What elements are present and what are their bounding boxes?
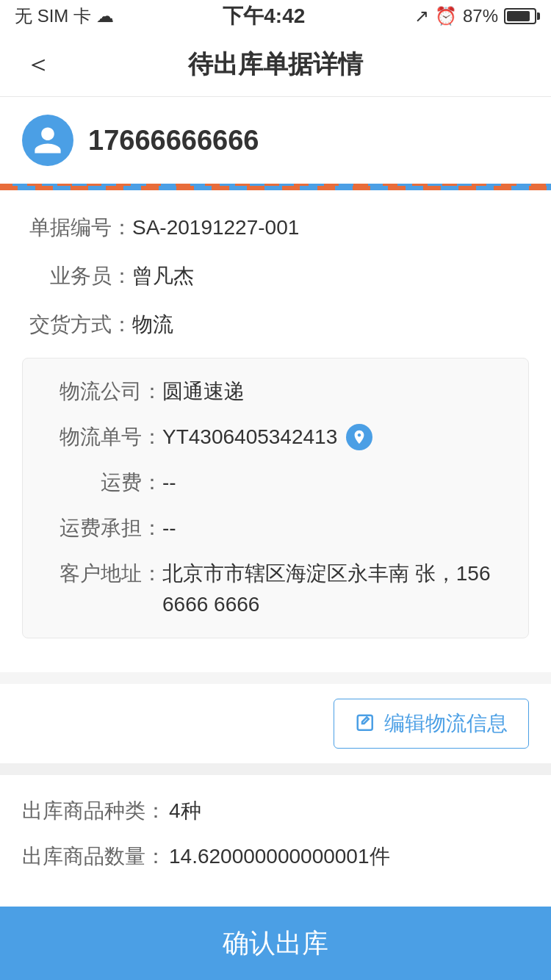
logistics-freight-bearer-value: -- xyxy=(162,513,506,544)
order-no-row: 单据编号： SA-20191227-001 xyxy=(22,212,529,243)
map-pin-icon xyxy=(351,429,367,445)
logistics-freight-value: -- xyxy=(162,467,506,498)
battery-icon xyxy=(504,8,536,24)
logistics-freight-bearer-row: 运费承担： -- xyxy=(45,513,506,544)
logistics-company-row: 物流公司： 圆通速递 xyxy=(45,376,506,407)
goods-quantity-label: 出库商品数量： xyxy=(22,843,169,871)
logistics-company-label: 物流公司： xyxy=(45,376,162,407)
page-title: 待出库单据详情 xyxy=(188,48,363,82)
delivery-label: 交货方式： xyxy=(22,309,132,340)
logistics-company-value: 圆通速递 xyxy=(162,376,506,407)
goods-type-row: 出库商品种类： 4种 xyxy=(22,797,529,825)
salesperson-row: 业务员： 曾凡杰 xyxy=(22,261,529,292)
status-time: 下午4:42 xyxy=(223,2,305,30)
order-no-label: 单据编号： xyxy=(22,212,132,243)
back-button[interactable]: ＜ xyxy=(18,39,59,90)
logistics-address-value: 北京市市辖区海淀区永丰南 张，156 6666 6666 xyxy=(162,558,506,620)
goods-quantity-value: 14.620000000000001件 xyxy=(169,843,390,871)
logistics-freight-row: 运费： -- xyxy=(45,467,506,498)
logistics-tracking-row: 物流单号： YT4306405342413 xyxy=(45,422,506,453)
edit-btn-row: 编辑物流信息 xyxy=(0,684,551,763)
alarm-icon: ⏰ xyxy=(435,6,457,26)
logistics-freight-label: 运费： xyxy=(45,467,162,498)
battery-percent: 87% xyxy=(463,6,498,26)
salesperson-label: 业务员： xyxy=(22,261,132,292)
status-left: 无 SIM 卡 ☁ xyxy=(15,4,114,28)
edit-logistics-button[interactable]: 编辑物流信息 xyxy=(334,699,529,749)
logistics-tracking-label: 物流单号： xyxy=(45,422,162,453)
tracking-location-icon[interactable] xyxy=(346,424,372,450)
goods-quantity-row: 出库商品数量： 14.620000000000001件 xyxy=(22,843,529,871)
confirm-button[interactable]: 确认出库 xyxy=(0,907,551,980)
goods-type-value: 4种 xyxy=(169,797,201,825)
salesperson-value: 曾凡杰 xyxy=(132,261,529,292)
logistics-address-label: 客户地址： xyxy=(45,558,162,589)
delivery-value: 物流 xyxy=(132,309,529,340)
customer-header: 17666666666 xyxy=(0,97,551,186)
status-bar: 无 SIM 卡 ☁ 下午4:42 ↗ ⏰ 87% xyxy=(0,0,551,32)
delivery-row: 交货方式： 物流 xyxy=(22,309,529,340)
location-status-icon: ↗ xyxy=(414,6,429,26)
logistics-card: 物流公司： 圆通速递 物流单号： YT4306405342413 运费： -- xyxy=(22,358,529,638)
goods-type-label: 出库商品种类： xyxy=(22,797,169,825)
logistics-address-row: 客户地址： 北京市市辖区海淀区永丰南 张，156 6666 6666 xyxy=(45,558,506,620)
logistics-tracking-value: YT4306405342413 xyxy=(162,422,506,453)
section-separator xyxy=(0,763,551,775)
confirm-label: 确认出库 xyxy=(223,926,328,962)
edit-icon xyxy=(355,713,377,735)
goods-section: 出库商品种类： 4种 出库商品数量： 14.620000000000001件 xyxy=(0,775,551,910)
sim-status: 无 SIM 卡 ☁ xyxy=(15,4,114,28)
order-info-section: 单据编号： SA-20191227-001 业务员： 曾凡杰 交货方式： 物流 … xyxy=(0,190,551,672)
nav-bar: ＜ 待出库单据详情 xyxy=(0,32,551,97)
avatar xyxy=(22,115,73,166)
order-no-value: SA-20191227-001 xyxy=(132,212,529,243)
edit-logistics-label: 编辑物流信息 xyxy=(384,710,508,738)
status-right: ↗ ⏰ 87% xyxy=(414,6,536,26)
user-icon xyxy=(32,124,64,156)
customer-phone: 17666666666 xyxy=(88,125,259,156)
logistics-freight-bearer-label: 运费承担： xyxy=(45,513,162,544)
